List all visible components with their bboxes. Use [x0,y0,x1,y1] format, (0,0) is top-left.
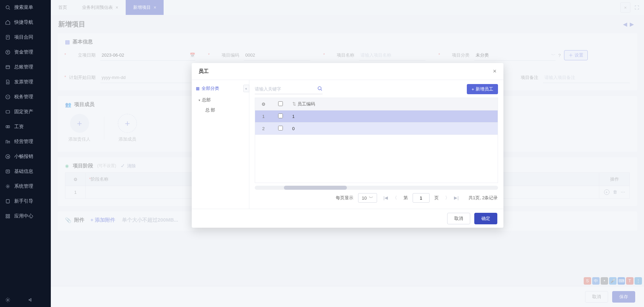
sidebar-item-tax[interactable]: 税务管理 [0,89,51,104]
sidebar-item-basedata[interactable]: 基础信息 [0,164,51,179]
first-page-icon[interactable]: |◀ [382,195,390,200]
next-page-icon[interactable]: 〉 [443,195,451,200]
cell-code: 1 [289,110,498,123]
svg-rect-5 [6,110,10,113]
sidebar-item-label: 基础信息 [14,168,33,175]
page-prefix: 第 [403,195,408,201]
grid-icon: ▦ [196,86,200,91]
sidebar-item-label: 小畅报销 [14,154,33,160]
employee-table: ⚙ ⇅员工编码 1 1 [255,98,498,135]
search-icon [5,4,11,11]
modal-ok-button[interactable]: 确定 [474,213,497,224]
svg-rect-15 [8,217,9,218]
business-icon [5,139,11,145]
svg-point-16 [7,299,8,301]
sidebar-item-label: 总账管理 [14,64,33,70]
add-employee-button[interactable]: + 新增员工 [467,84,498,94]
chevron-down-icon: ﹀ [369,195,373,201]
svg-point-10 [7,186,8,187]
svg-rect-14 [6,217,7,218]
sidebar: 搜索菜单 快捷导航 项目合同 资金管理 总账管理 发票管理 税务管理 固定资产 [0,0,51,307]
svg-rect-11 [6,200,9,203]
collapse-tree-icon[interactable]: « [243,85,249,92]
col-gear[interactable]: ⚙ [255,98,272,110]
row-check[interactable] [278,126,283,130]
sidebar-item-label: 快捷导航 [14,19,33,25]
col-check-all[interactable] [272,98,289,110]
sidebar-item-business[interactable]: 经营管理 [0,134,51,149]
sidebar-item-ledger[interactable]: 总账管理 [0,60,51,75]
table-row[interactable]: 2 0 [255,123,498,135]
sidebar-item-label: 发票管理 [14,79,33,85]
funds-icon [5,49,11,55]
last-page-icon[interactable]: ▶| [452,195,460,200]
apps-icon [5,213,11,219]
prev-page-icon[interactable]: 〈 [391,195,399,200]
tree-root-all[interactable]: ▦ 全部分类 [195,84,246,95]
sidebar-item-label: 应用中心 [14,213,33,219]
sidebar-item-label: 系统管理 [14,183,33,189]
pagination: 每页显示 10 ﹀ |◀ 〈 第 页 [255,191,498,205]
main: 首页 业务利润预估表 × 新增项目 × × 新增项目 ◀ ▶ [51,0,644,307]
sidebar-item-label: 固定资产 [14,109,33,115]
svg-rect-3 [6,65,10,68]
contract-icon [5,34,11,40]
svg-point-7 [7,126,8,127]
settings-icon [5,183,11,189]
employee-modal: 员工 × « ▦ 全部分类 总部 总 部 [192,63,503,228]
reimburse-icon [5,154,11,160]
sidebar-item-search[interactable]: 搜索菜单 [0,0,51,15]
tax-icon [5,94,11,100]
per-page-select[interactable]: 10 ﹀ [358,193,377,203]
sidebar-item-label: 资金管理 [14,49,33,55]
sidebar-item-system[interactable]: 系统管理 [0,179,51,194]
search-input[interactable] [255,85,315,94]
sidebar-item-label: 经营管理 [14,139,33,145]
gear-icon[interactable] [5,297,11,303]
modal-overlay: 员工 × « ▦ 全部分类 总部 总 部 [51,0,644,307]
search-icon[interactable] [317,86,323,92]
sidebar-item-reimburse[interactable]: 小畅报销 [0,149,51,164]
col-code[interactable]: ⇅员工编码 [289,98,498,110]
modal-title: 员工 [199,68,209,75]
sidebar-item-projects[interactable]: 项目合同 [0,30,51,45]
row-index: 2 [255,123,272,135]
basedata-icon [5,168,11,175]
assets-icon [5,109,11,115]
h-scrollbar[interactable] [255,186,498,190]
tree-node-hq-leaf[interactable]: 总 部 [195,105,246,115]
page-suffix: 页 [434,195,439,201]
svg-point-0 [6,6,9,9]
sidebar-item-funds[interactable]: 资金管理 [0,45,51,60]
sidebar-item-label: 工资 [14,124,24,130]
page-input[interactable] [413,193,430,203]
svg-rect-6 [6,126,10,128]
modal-close-icon[interactable]: × [493,68,497,75]
total-text: 共1页, 2条记录 [469,195,498,201]
home-icon [5,19,11,25]
search-input-wrap [255,84,323,94]
sidebar-item-label: 税务管理 [14,94,33,100]
sidebar-item-invoice[interactable]: 发票管理 [0,75,51,89]
tree-node-hq[interactable]: 总部 [195,95,246,105]
modal-cancel-button[interactable]: 取消 [447,213,470,224]
sidebar-item-label: 搜索菜单 [14,4,33,11]
per-page-label: 每页显示 [336,195,353,201]
sidebar-item-apps[interactable]: 应用中心 [0,209,51,224]
sound-icon[interactable] [28,297,34,303]
cell-code: 0 [289,123,498,135]
sidebar-item-assets[interactable]: 固定资产 [0,104,51,119]
svg-rect-13 [8,214,9,216]
sidebar-item-guide[interactable]: 新手引导 [0,194,51,209]
row-index: 1 [255,110,272,123]
sidebar-item-quicknav[interactable]: 快捷导航 [0,15,51,30]
svg-point-18 [318,87,321,90]
row-check[interactable] [278,114,283,118]
sidebar-item-label: 项目合同 [14,34,33,40]
table-row[interactable]: 1 1 [255,110,498,123]
sidebar-item-salary[interactable]: 工资 [0,119,51,134]
salary-icon [5,124,11,130]
sidebar-item-label: 新手引导 [14,198,33,204]
check-all[interactable] [278,101,283,106]
ledger-icon [5,64,11,70]
